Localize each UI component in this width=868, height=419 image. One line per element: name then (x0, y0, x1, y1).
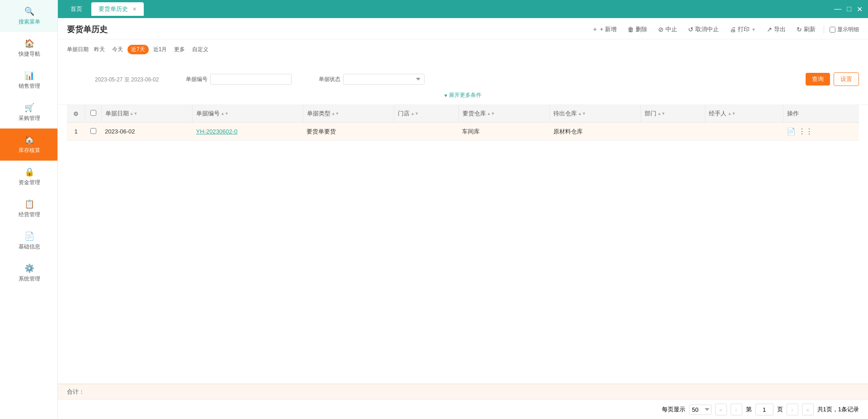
refresh-icon: ↻ (797, 26, 802, 33)
minimize-button[interactable]: — (834, 5, 841, 13)
bill-no-label: 单据编号 (186, 76, 208, 83)
pagination-total-info: 共1页，1条记录 (817, 405, 859, 414)
col-bill-date[interactable]: 单据日期▲▼ (101, 105, 193, 123)
col-handler[interactable]: 经手人▲▼ (705, 105, 783, 123)
filter-date-group: 单据日期 昨天 今天 近7天 近1月 更多 自定义 (67, 45, 211, 54)
sales-icon: 📊 (24, 71, 34, 81)
page-title: 要货单历史 (67, 24, 589, 35)
sidebar-item-ops-mgmt[interactable]: 📋 经营管理 (0, 193, 57, 225)
maximize-button[interactable]: □ (847, 5, 851, 13)
cell-department (641, 123, 705, 141)
col-target-warehouse[interactable]: 待出仓库▲▼ (550, 105, 641, 123)
per-page-select[interactable]: 50 20 100 (689, 405, 712, 415)
col-department[interactable]: 部门▲▼ (641, 105, 705, 123)
sidebar-item-inventory[interactable]: 🏠 库存核算 (0, 129, 57, 161)
export-icon: ↗ (767, 26, 772, 33)
sys-mgmt-icon: ⚙️ (24, 263, 34, 273)
filter-settings-button[interactable]: 设置 (834, 72, 859, 86)
expand-more-icon: ▾ (444, 92, 447, 99)
cell-checkbox[interactable] (85, 123, 101, 141)
sidebar-item-purchase-mgmt[interactable]: 🛒 采购管理 (0, 96, 57, 129)
sidebar-item-finance-mgmt[interactable]: 🔒 资金管理 (0, 161, 57, 193)
date-btn-yesterday[interactable]: 昨天 (91, 45, 108, 54)
delete-button[interactable]: 🗑 删除 (625, 24, 650, 35)
print-button[interactable]: 🖨 打印 ▼ (727, 24, 759, 35)
pagination: 每页显示 50 20 100 « ‹ 第 页 › » 共1页，1条记录 (58, 400, 868, 419)
toolbar: ＋ + 新增 🗑 删除 ⊘ 中止 ↺ 取消中止 🖨 打印 (589, 24, 859, 35)
print-icon: 🖨 (730, 26, 736, 33)
tab-home[interactable]: 首页 (63, 2, 90, 16)
pagination-next-btn[interactable]: › (787, 404, 798, 415)
select-all-checkbox[interactable] (90, 110, 96, 116)
sort-arrows-handler: ▲▼ (727, 112, 736, 115)
sort-arrows-bill-type: ▲▼ (331, 112, 340, 115)
sidebar-item-sales-mgmt[interactable]: 📊 销售管理 (0, 64, 57, 96)
filter-row-1: 单据日期 昨天 今天 近7天 近1月 更多 自定义 2023-05-27 至 2… (67, 45, 859, 86)
tab-close-icon[interactable]: ✕ (132, 6, 137, 12)
pagination-prev-btn[interactable]: ‹ (731, 404, 742, 415)
col-checkbox[interactable] (85, 105, 101, 123)
sort-arrows-bill-date: ▲▼ (130, 112, 138, 115)
cell-store (394, 123, 459, 141)
bill-no-input[interactable] (210, 74, 292, 85)
sidebar-item-quick-nav[interactable]: 🏠 快捷导航 (0, 32, 57, 64)
col-bill-type[interactable]: 单据类型▲▼ (303, 105, 394, 123)
tab-requisition-history[interactable]: 要货单历史 ✕ (91, 2, 144, 16)
table-row: 1 2023-06-02 YH-20230602-0 要货单要货 车间库 原材料… (67, 123, 859, 141)
purchase-icon: 🛒 (24, 103, 34, 113)
table-container: ⚙ 单据日期▲▼ 单据编号▲▼ 单据类型▲▼ 门店▲▼ 要货仓库▲▼ 待出仓库▲… (58, 105, 868, 384)
expand-more-btn[interactable]: ▾ 展开更多条件 (67, 90, 859, 103)
cell-target-warehouse: 原材料仓库 (550, 123, 641, 141)
date-btn-custom[interactable]: 自定义 (189, 45, 211, 54)
date-btn-more[interactable]: 更多 (171, 45, 188, 54)
bill-date-label: 单据日期 (67, 46, 89, 53)
cancel-stop-button[interactable]: ↺ 取消中止 (685, 24, 722, 35)
filter-area: 单据日期 昨天 今天 近7天 近1月 更多 自定义 2023-05-27 至 2… (58, 39, 868, 105)
row-view-icon[interactable]: 📄 (787, 127, 796, 136)
filter-status-group: 单据状态 (319, 74, 425, 85)
col-store[interactable]: 门店▲▼ (394, 105, 459, 123)
sidebar-item-sys-mgmt[interactable]: ⚙️ 系统管理 (0, 257, 57, 289)
date-btn-today[interactable]: 今天 (109, 45, 126, 54)
cell-action: 📄 ⋮⋮ (783, 123, 859, 141)
pagination-page-label: 第 (746, 405, 752, 414)
stop-button[interactable]: ⊘ 中止 (656, 24, 680, 35)
sort-arrows-req-warehouse: ▲▼ (487, 112, 495, 115)
home-icon: 🏠 (24, 38, 34, 48)
new-button[interactable]: ＋ + 新增 (589, 24, 619, 35)
display-detail-checkbox[interactable]: 显示明细 (830, 26, 859, 33)
export-button[interactable]: ↗ 导出 (764, 24, 788, 35)
sidebar: 🔍 搜索菜单 🏠 快捷导航 📊 销售管理 🛒 采购管理 🏠 库存核算 🔒 资金管… (0, 0, 58, 419)
ops-icon: 📋 (24, 199, 34, 209)
row-more-icon[interactable]: ⋮⋮ (798, 127, 813, 136)
table-header-row: ⚙ 单据日期▲▼ 单据编号▲▼ 单据类型▲▼ 门店▲▼ 要货仓库▲▼ 待出仓库▲… (67, 105, 859, 123)
col-action: 操作 (783, 105, 859, 123)
filter-billno-group: 单据编号 (186, 74, 292, 85)
finance-icon: 🔒 (24, 167, 34, 177)
col-bill-no[interactable]: 单据编号▲▼ (193, 105, 303, 123)
bill-status-select[interactable] (343, 74, 425, 85)
pagination-current-page[interactable] (755, 404, 774, 415)
topbar-controls: — □ ✕ (834, 5, 863, 14)
cell-bill-no: YH-20230602-0 (193, 123, 303, 141)
col-settings[interactable]: ⚙ (67, 105, 85, 123)
bill-no-link[interactable]: YH-20230602-0 (196, 128, 238, 135)
sidebar-item-search-menu[interactable]: 🔍 搜索菜单 (0, 0, 57, 32)
display-detail-input[interactable] (830, 27, 835, 33)
close-button[interactable]: ✕ (857, 5, 863, 14)
row-checkbox[interactable] (90, 128, 96, 134)
pagination-last-btn[interactable]: » (802, 404, 814, 415)
topbar: 首页 要货单历史 ✕ — □ ✕ (58, 0, 868, 18)
cell-num: 1 (67, 123, 85, 141)
date-range-text: 2023-05-27 至 2023-06-02 (95, 76, 159, 84)
query-button[interactable]: 查询 (806, 73, 830, 86)
table-footer: 合计： (58, 384, 868, 400)
date-btn-last7days[interactable]: 近7天 (127, 45, 149, 54)
refresh-button[interactable]: ↻ 刷新 (794, 24, 818, 35)
sort-arrows-department: ▲▼ (657, 112, 665, 115)
date-btn-last-month[interactable]: 近1月 (151, 45, 170, 54)
pagination-first-btn[interactable]: « (715, 404, 727, 415)
sidebar-item-basic-info[interactable]: 📄 基础信息 (0, 225, 57, 257)
col-req-warehouse[interactable]: 要货仓库▲▼ (458, 105, 550, 123)
delete-icon: 🗑 (627, 26, 634, 33)
